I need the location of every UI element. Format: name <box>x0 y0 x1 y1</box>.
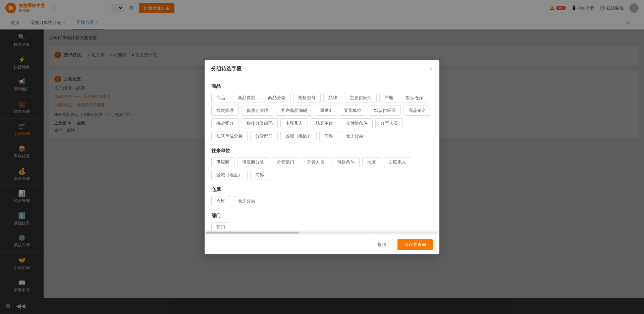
section-title-部门: 部门 <box>211 213 433 219</box>
section-往来单位: 往来单位供应商供应商分类分管部门分管人员付款条件地区主联系人区域（地区）简称 <box>211 148 433 180</box>
field-tag-客户商品编码[interactable]: 客户商品编码 <box>276 106 312 116</box>
field-tag-商品类型[interactable]: 商品类型 <box>233 93 260 103</box>
field-tag-重量3[interactable]: 重量3 <box>315 106 336 116</box>
field-tag-部门[interactable]: 部门 <box>211 222 230 231</box>
field-tag-主要供应商[interactable]: 主要供应商 <box>345 93 377 103</box>
modal-scroll-thumb <box>206 232 299 234</box>
field-tag-供应商分类[interactable]: 供应商分类 <box>237 157 269 167</box>
field-tag-地区[interactable]: 地区 <box>362 157 381 167</box>
field-tag-区域（地区）[interactable]: 区域（地区） <box>280 131 317 141</box>
field-tag-仓库[interactable]: 仓库 <box>211 196 230 206</box>
field-tag-商品分类[interactable]: 商品分类 <box>263 93 290 103</box>
field-tags-商品: 商品商品类型商品分类规格型号品牌主要供应商产地默认仓库批次管理保质期管理客户商品… <box>211 93 433 141</box>
section-title-商品: 商品 <box>211 83 433 89</box>
field-tag-简称[interactable]: 简称 <box>250 170 269 180</box>
field-tags-部门: 部门 <box>211 222 433 231</box>
field-tag-分管部门[interactable]: 分管部门 <box>272 157 299 167</box>
field-tag-分管人员[interactable]: 分管人员 <box>302 157 329 167</box>
field-tag-供应商[interactable]: 供应商 <box>211 157 234 167</box>
modal: 分组待选字段 × 商品商品商品类型商品分类规格型号品牌主要供应商产地默认仓库批次… <box>205 60 439 254</box>
section-title-往来单位: 往来单位 <box>211 148 433 154</box>
field-tag-仓库分类[interactable]: 仓库分类 <box>233 196 260 206</box>
field-tag-零售单位[interactable]: 零售单位 <box>339 106 366 116</box>
confirm-button[interactable]: 保存并查询 <box>397 239 433 250</box>
field-tag-批次管理[interactable]: 批次管理 <box>211 106 239 116</box>
field-tag-简称[interactable]: 简称 <box>319 131 338 141</box>
field-tag-收付款条件[interactable]: 收付款条件 <box>341 118 373 128</box>
field-tags-仓库: 仓库仓库分类 <box>211 196 433 206</box>
field-tag-分管人员[interactable]: 分管人员 <box>375 118 403 128</box>
modal-close-btn[interactable]: × <box>429 65 433 72</box>
field-tag-商品[interactable]: 商品 <box>211 93 230 103</box>
field-tags-往来单位: 供应商供应商分类分管部门分管人员付款条件地区主联系人区域（地区）简称 <box>211 157 433 180</box>
modal-header: 分组待选字段 × <box>205 60 439 78</box>
modal-scroll-track <box>206 232 438 234</box>
section-商品: 商品商品商品类型商品分类规格型号品牌主要供应商产地默认仓库批次管理保质期管理客户… <box>211 83 433 141</box>
section-title-仓库: 仓库 <box>211 187 433 193</box>
field-tag-产地[interactable]: 产地 <box>379 93 398 103</box>
field-tag-规格型号[interactable]: 规格型号 <box>293 93 321 103</box>
section-部门: 部门部门 <box>211 213 433 231</box>
field-tag-拣货积分[interactable]: 拣货积分 <box>211 118 239 128</box>
modal-title: 分组待选字段 <box>211 66 241 72</box>
modal-footer: 取消 保存并查询 <box>205 235 439 254</box>
field-tag-默认供应商[interactable]: 默认供应商 <box>369 106 401 116</box>
field-tag-商品别名[interactable]: 商品别名 <box>404 106 431 116</box>
cancel-button[interactable]: 取消 <box>371 239 393 250</box>
field-tag-仓库分类[interactable]: 仓库分类 <box>341 131 368 141</box>
field-tag-税收分类编码[interactable]: 税收分类编码 <box>241 118 278 128</box>
field-tag-往来单位分类[interactable]: 往来单位分类 <box>211 131 248 141</box>
field-tag-分管部门[interactable]: 分管部门 <box>250 131 278 141</box>
field-tag-品牌[interactable]: 品牌 <box>323 93 342 103</box>
modal-body[interactable]: 商品商品商品类型商品分类规格型号品牌主要供应商产地默认仓库批次管理保质期管理客户… <box>205 78 439 231</box>
modal-overlay: 分组待选字段 × 商品商品商品类型商品分类规格型号品牌主要供应商产地默认仓库批次… <box>0 0 644 314</box>
field-tag-付款条件[interactable]: 付款条件 <box>332 157 360 167</box>
field-tag-主联系人[interactable]: 主联系人 <box>384 157 411 167</box>
field-tag-保质期管理[interactable]: 保质期管理 <box>241 106 273 116</box>
field-tag-结算单位[interactable]: 结算单位 <box>311 118 338 128</box>
field-tag-主联系人[interactable]: 主联系人 <box>280 118 308 128</box>
modal-scroll-bar[interactable] <box>205 231 439 235</box>
field-tag-默认仓库[interactable]: 默认仓库 <box>401 93 428 103</box>
field-tag-区域（地区）[interactable]: 区域（地区） <box>211 170 248 180</box>
section-仓库: 仓库仓库仓库分类 <box>211 187 433 206</box>
